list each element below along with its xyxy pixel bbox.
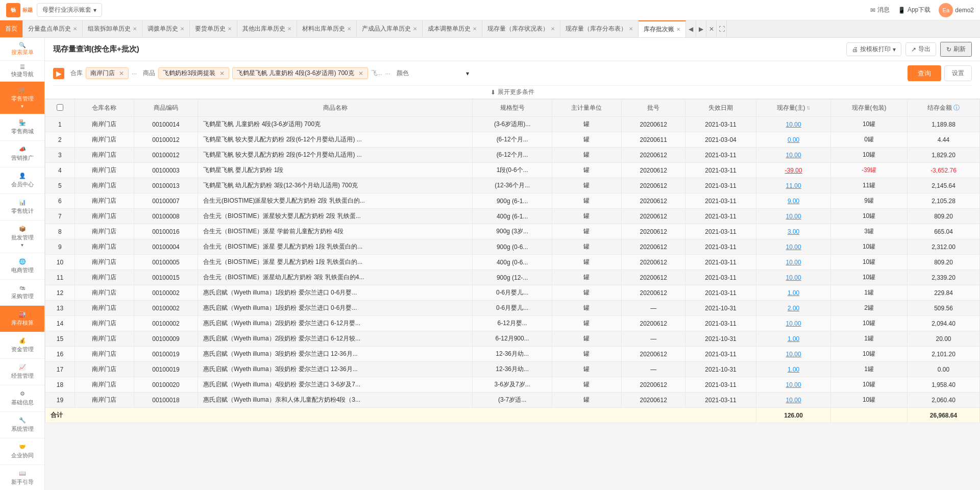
qty-main-link[interactable]: 3.00	[788, 228, 799, 235]
tab-prev-arrow[interactable]: ◀	[686, 20, 696, 38]
sidebar-item-ecommerce[interactable]: 🌐 电商管理	[0, 253, 44, 280]
sort-qty-main[interactable]: ⇅	[806, 106, 811, 111]
tab-3[interactable]: 调拨单历史 ✕	[142, 20, 190, 38]
expand-filter-btn[interactable]: ▶	[53, 68, 64, 79]
cell-qty-main: 2.00	[756, 301, 830, 316]
qty-main-link[interactable]: 1.00	[788, 366, 799, 373]
cell-qty-main: 10.00	[756, 270, 830, 285]
qty-main-link[interactable]: 9.00	[788, 198, 799, 205]
tab-close-3[interactable]: ✕	[180, 26, 184, 32]
setting-btn[interactable]: 设置	[944, 65, 972, 81]
qty-main-link[interactable]: 10.00	[786, 121, 801, 128]
sidebar-item-member[interactable]: 👤 会员中心	[0, 167, 44, 194]
tab-maximize[interactable]: ⛶	[717, 20, 727, 38]
qty-main-link[interactable]: 10.00	[786, 259, 801, 266]
qty-main-link[interactable]: 10.00	[786, 152, 801, 159]
cell-name: 合生元(BIOSTIME)派星较大婴儿配方奶粉 2段 乳铁蛋白的...	[198, 193, 473, 209]
cell-name: 合生元（BIOSTIME）派星较大婴儿配方奶粉 2段 乳铁蛋...	[198, 209, 473, 224]
tab-close-7[interactable]: ✕	[413, 26, 417, 32]
product-tag-1-remove[interactable]: ✕	[219, 70, 225, 77]
info-icon[interactable]: ⓘ	[953, 104, 960, 111]
sidebar-item-wholesale[interactable]: 📦 批发管理 ▼	[0, 220, 44, 253]
cell-unit: 罐	[552, 178, 621, 193]
warehouse-tag-remove[interactable]: ✕	[119, 70, 124, 77]
print-btn[interactable]: 🖨 按模板打印 ▾	[846, 42, 901, 56]
qty-main-link[interactable]: 1.00	[788, 335, 799, 342]
topbar-left: 畅 标题 母婴行业演示账套 ▾	[6, 3, 102, 17]
tab-5[interactable]: 其他出库单历史 ✕	[237, 20, 297, 38]
tab-close-4[interactable]: ✕	[228, 26, 232, 32]
tab-close-5[interactable]: ✕	[287, 26, 291, 32]
qty-main-link[interactable]: 10.00	[786, 397, 801, 404]
tab-close-6[interactable]: ✕	[347, 26, 351, 32]
refresh-btn[interactable]: ↻ 刷新	[940, 42, 972, 57]
sidebar-item-retail-shop[interactable]: 🏪 零售商城	[0, 114, 44, 141]
cell-name: 飞鹤星飞帆 较大婴儿配方奶粉 2段(6-12个月婴幼儿适用) ...	[198, 148, 473, 163]
qty-main-link[interactable]: 10.00	[786, 381, 801, 388]
sidebar-item-collab[interactable]: 🤝 企业协同	[0, 438, 44, 465]
tab-1[interactable]: 分量盘点单历史 ✕	[23, 20, 83, 38]
sidebar-item-purchase[interactable]: 🛍 采购管理	[0, 280, 44, 306]
wholesale-icon: 📦	[19, 226, 26, 232]
tab-6[interactable]: 材料出库单历史 ✕	[297, 20, 357, 38]
qty-main-link[interactable]: 10.00	[786, 243, 801, 251]
sidebar-item-guide[interactable]: 📖 新手引导	[0, 465, 44, 490]
sidebar-quicknav[interactable]: ☰ 快捷导航	[0, 61, 44, 82]
tab-2[interactable]: 组装拆卸单历史 ✕	[83, 20, 142, 38]
qty-main-link[interactable]: 1.00	[788, 289, 799, 297]
sidebar-item-system[interactable]: 🔧 系统管理	[0, 412, 44, 438]
qty-main-link[interactable]: -39.00	[785, 167, 802, 174]
tab-4[interactable]: 要货单历史 ✕	[190, 20, 237, 38]
cell-spec: 900g (6-1...	[473, 193, 552, 209]
cell-unit: 罐	[552, 193, 621, 209]
qty-main-link[interactable]: 11.00	[786, 182, 801, 189]
user-avatar[interactable]: Ea demo2	[939, 3, 974, 17]
sidebar-item-operations[interactable]: 📈 经营管理	[0, 359, 44, 385]
tab-11[interactable]: 库存批次账 ✕	[639, 20, 686, 38]
sidebar-item-basic[interactable]: ⚙ 基础信息	[0, 385, 44, 412]
sidebar: 🔍 搜索菜单 ☰ 快捷导航 🛒 零售管理 ▼ 🏪 零售商城 📣 营销推广 �	[0, 38, 45, 490]
tab-home[interactable]: 首页	[0, 20, 23, 38]
cell-expiry: 2021-03-11	[685, 163, 756, 178]
tab-close-10[interactable]: ✕	[629, 26, 633, 32]
tab-close-11[interactable]: ✕	[676, 27, 680, 32]
sidebar-item-inventory[interactable]: 🏭 库存核算	[0, 306, 44, 332]
table-body: 1南岸门店00100014飞鹤星飞帆 儿童奶粉 4段(3-6岁适用) 700克(…	[45, 117, 980, 408]
refresh-icon: ↻	[946, 46, 951, 53]
qty-main-link[interactable]: 10.00	[786, 274, 801, 281]
product-tag-2-remove[interactable]: ✕	[358, 70, 363, 77]
qty-main-link[interactable]: 10.00	[786, 351, 801, 358]
action-btns: 查询 设置	[908, 65, 972, 81]
sidebar-item-marketing[interactable]: 📣 营销推广	[0, 141, 44, 167]
tab-close-8[interactable]: ✕	[473, 26, 477, 32]
message-btn[interactable]: ✉ 消息	[870, 6, 890, 14]
query-btn[interactable]: 查询	[908, 65, 941, 81]
tab-next-arrow[interactable]: ▶	[696, 20, 706, 38]
tab-7[interactable]: 产成品入库单历史 ✕	[357, 20, 423, 38]
app-download-btn[interactable]: 📱 App下载	[898, 6, 930, 14]
tab-close-all[interactable]: ✕	[706, 20, 717, 38]
expand-conditions-btn[interactable]: ⬇ 展开更多条件	[491, 88, 534, 96]
cell-qty-pkg: -39罐	[831, 163, 908, 178]
org-selector[interactable]: 母婴行业演示账套 ▾	[37, 3, 102, 17]
tab-close-2[interactable]: ✕	[133, 26, 137, 32]
export-btn[interactable]: ↗ 导出	[905, 42, 936, 56]
tab-close-9[interactable]: ✕	[551, 26, 555, 32]
tab-8[interactable]: 成本调整单历史 ✕	[423, 20, 482, 38]
qty-main-link[interactable]: 2.00	[788, 305, 799, 312]
table-row: 11南岸门店00100015合生元（BIOSTIME）派星幼儿配方奶粉 3段 乳…	[45, 270, 980, 285]
sidebar-search[interactable]: 🔍 搜索菜单	[0, 38, 44, 61]
qty-main-link[interactable]: 10.00	[786, 213, 801, 220]
select-all-checkbox[interactable]	[57, 104, 63, 111]
cell-qty-pkg: 10罐	[831, 377, 908, 393]
qty-main-link[interactable]: 0.00	[788, 136, 799, 143]
footer-row: 合计 126.00 26,968.64	[45, 408, 980, 423]
sidebar-item-retail-stats[interactable]: 📊 零售统计	[0, 194, 44, 220]
tab-9[interactable]: 现存量（库存状况表） ✕	[482, 20, 560, 38]
tab-close-1[interactable]: ✕	[73, 26, 77, 32]
sidebar-item-retail[interactable]: 🛒 零售管理 ▼	[0, 82, 44, 114]
cell-batch: 20200612	[622, 163, 685, 178]
qty-main-link[interactable]: 10.00	[786, 320, 801, 327]
tab-10[interactable]: 现存量（库存分布表） ✕	[560, 20, 639, 38]
sidebar-item-finance[interactable]: 💰 资金管理	[0, 332, 44, 359]
